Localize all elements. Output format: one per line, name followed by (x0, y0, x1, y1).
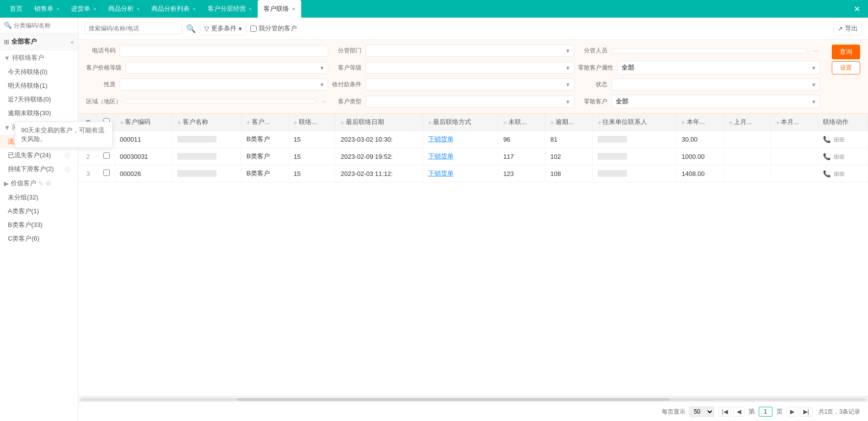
close-icon[interactable]: × (292, 6, 295, 12)
th-last-date[interactable]: 最后联络日期 (336, 114, 423, 131)
person-select[interactable] (611, 49, 807, 53)
all-customers-header[interactable]: ⊞ 全部客户 « (0, 33, 78, 50)
close-all-button[interactable]: ✕ (854, 4, 864, 14)
filter-field-retail: 零散客户 全部 ▾ (578, 95, 820, 108)
row-this-year: 1408.00 (676, 165, 723, 182)
th-type[interactable]: 客户... (241, 114, 289, 131)
export-button[interactable]: ↗ 导出 (833, 22, 862, 35)
nav-tab-customer-tier[interactable]: 客户分层经营 × (202, 0, 258, 18)
search-input[interactable] (84, 23, 182, 34)
payment-select[interactable]: ▾ (365, 78, 574, 91)
customer-type-select[interactable]: ▾ (365, 96, 574, 108)
blurred-contact (598, 170, 627, 177)
sidebar-item-overdue[interactable]: 逾期未联络(30) (0, 106, 78, 120)
phone-action-icon[interactable]: 📞 (823, 170, 831, 177)
region-select[interactable] (125, 99, 315, 104)
nav-tab-analysis-list[interactable]: 商品分析列表 × (145, 0, 201, 18)
dept-select[interactable]: ▾ (365, 45, 574, 57)
retail-select[interactable]: 全部 ▾ (611, 95, 820, 108)
nature-select[interactable]: ▾ (120, 78, 328, 91)
filter-field-retail-attr: 零散客户属性 全部 ▾ (578, 61, 820, 74)
sidebar-item-today[interactable]: 今天待联络(0) (0, 65, 78, 79)
more-action-icon[interactable]: ⊞⊞ (834, 170, 844, 177)
phone-input[interactable] (120, 45, 328, 57)
retail-attr-select[interactable]: 全部 ▾ (617, 61, 820, 74)
close-icon[interactable]: × (193, 6, 195, 12)
row-checkbox[interactable] (103, 170, 110, 176)
sidebar-item-7days[interactable]: 近7天待联络(0) (0, 93, 78, 106)
sidebar-item-unclassified[interactable]: 未分组(32) (0, 191, 78, 204)
my-customers-checkbox[interactable] (250, 25, 257, 32)
filter-field-customer-level: 客户等级 ▾ (332, 62, 574, 74)
th-contact[interactable]: 联络... (289, 114, 336, 131)
nav-tab-purchase[interactable]: 进货单 × (65, 0, 102, 18)
more-button[interactable]: ··· (811, 48, 820, 54)
sidebar-item-tomorrow[interactable]: 明天待联络(1) (0, 79, 78, 93)
close-icon[interactable]: × (137, 6, 140, 12)
row-checkbox-cell[interactable] (98, 148, 115, 165)
search-button[interactable]: 🔍 (186, 24, 196, 33)
customer-level-select[interactable]: ▾ (365, 62, 574, 74)
my-customers-checkbox-label[interactable]: 我分管的客户 (250, 24, 297, 33)
phone-action-icon[interactable]: 📞 (823, 136, 831, 143)
section-pending-contact[interactable]: ▼ 待联络客户 (0, 50, 78, 65)
next-page-button[interactable]: ▶ (787, 407, 798, 417)
edit-icon[interactable]: ✎ (38, 180, 44, 187)
sidebar-item-class-b[interactable]: B类客户(33) (0, 218, 78, 232)
first-page-button[interactable]: |◀ (718, 407, 731, 417)
th-contact2[interactable]: 往来单位联系人 (592, 114, 676, 131)
scrollbar-thumb[interactable] (238, 398, 670, 401)
row-last-method[interactable]: 下销货单 (423, 131, 498, 148)
th-last-method[interactable]: 最后联络方式 (423, 114, 498, 131)
close-icon[interactable]: × (249, 6, 252, 12)
th-name[interactable]: 客户名称 (172, 114, 241, 131)
section-value-label: 价值客户 (11, 179, 36, 188)
per-page-select[interactable]: 50 100 200 (689, 406, 714, 417)
more-action-icon[interactable]: ⊞⊞ (834, 136, 844, 143)
last-method-link[interactable]: 下销货单 (428, 152, 454, 160)
phone-action-icon[interactable]: 📞 (823, 153, 831, 160)
current-page[interactable]: 1 (759, 407, 772, 417)
more-conditions-button[interactable]: ▽ 更多条件 ▾ (200, 22, 246, 35)
section-value-customers[interactable]: ▶ 价值客户 ✎ ⚙ (0, 176, 78, 191)
th-this-month[interactable]: 本月... (771, 114, 818, 131)
last-method-link[interactable]: 下销货单 (428, 170, 454, 177)
sidebar-item-declining[interactable]: 持续下滑客户(2) ⓘ (0, 162, 78, 176)
row-type: B类客户 (241, 148, 289, 165)
th-overdue[interactable]: 逾期... (545, 114, 592, 131)
more-action-icon[interactable]: ⊞⊞ (834, 153, 844, 160)
nav-home[interactable]: 首页 (4, 4, 28, 13)
horizontal-scrollbar[interactable] (78, 396, 868, 402)
th-last-month[interactable]: 上月... (723, 114, 771, 131)
close-icon[interactable]: × (93, 6, 96, 12)
nav-tab-sales[interactable]: 销售单 × (28, 0, 65, 18)
nav-tab-analysis[interactable]: 商品分析 × (102, 0, 145, 18)
price-level-select[interactable]: ▾ (125, 62, 328, 74)
customer-type-label: 客户类型 (332, 98, 362, 106)
filter-icon: ▽ (204, 25, 209, 32)
row-checkbox-cell[interactable] (98, 165, 115, 182)
sidebar-item-class-c[interactable]: C类客户(6) (0, 232, 78, 246)
th-code[interactable]: 客户编码 (115, 114, 172, 131)
action-icons: 📞 ⊞⊞ (823, 170, 863, 177)
row-contact2 (592, 131, 676, 148)
status-select[interactable]: ▾ (611, 78, 820, 91)
th-uncontacted[interactable]: 未联... (498, 114, 545, 131)
th-this-year[interactable]: 本年... (676, 114, 723, 131)
prev-page-button[interactable]: ◀ (733, 407, 745, 417)
nav-tab-customer-contact[interactable]: 客户联络 × (258, 0, 301, 18)
sidebar-search-input[interactable] (14, 22, 74, 29)
row-last-method[interactable]: 下销货单 (423, 148, 498, 165)
settings-button[interactable]: 设置 (832, 61, 860, 74)
row-last-method[interactable]: 下销货单 (423, 165, 498, 182)
last-method-link[interactable]: 下销货单 (428, 135, 454, 143)
config-icon[interactable]: ⚙ (46, 180, 51, 187)
close-icon[interactable]: × (56, 6, 59, 12)
export-label: 导出 (845, 24, 858, 33)
query-button[interactable]: 查询 (832, 45, 860, 59)
more-button[interactable]: ··· (319, 98, 328, 105)
sidebar-item-class-a[interactable]: A类客户(1) (0, 204, 78, 218)
sidebar-item-churned[interactable]: 已流失客户(24) ⓘ (0, 149, 78, 162)
last-page-button[interactable]: ▶| (800, 407, 813, 417)
row-checkbox[interactable] (103, 152, 110, 159)
